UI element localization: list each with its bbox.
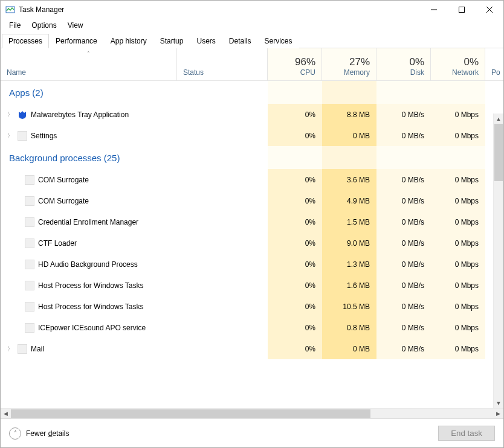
process-icon — [25, 260, 34, 269]
end-task-button[interactable]: End task — [438, 426, 495, 441]
process-name: Host Process for Windows Tasks — [38, 302, 144, 311]
process-row[interactable]: CTF Loader0%9.0 MB0 MB/s0 Mbps — [1, 232, 503, 254]
process-cpu-cell: 0% — [268, 296, 322, 317]
chevron-up-icon: ˄ — [9, 427, 21, 440]
process-network-cell: 0 Mbps — [431, 317, 485, 338]
column-header-name[interactable]: ˄ Name — [1, 48, 177, 80]
footer: ˄ Fewer details End task — [1, 418, 503, 447]
process-name: HD Audio Background Process — [38, 260, 138, 269]
process-cpu-cell: 0% — [268, 275, 322, 296]
process-network-cell: 0 Mbps — [431, 190, 485, 211]
process-name: COM Surrogate — [38, 197, 89, 205]
memory-usage-percent: 27% — [328, 56, 370, 68]
scroll-right-icon[interactable]: ▶ — [493, 409, 503, 418]
process-icon — [25, 175, 34, 185]
column-label-name: Name — [7, 68, 170, 77]
process-network-cell: 0 Mbps — [431, 254, 485, 275]
fewer-details-label: Fewer details — [26, 429, 69, 438]
process-memory-cell: 9.0 MB — [322, 232, 376, 254]
process-name: Malwarebytes Tray Application — [31, 110, 129, 119]
process-status-cell — [177, 125, 268, 146]
process-name: Host Process for Windows Tasks — [38, 281, 144, 290]
process-status-cell — [177, 338, 268, 359]
tab-details[interactable]: Details — [222, 34, 258, 48]
close-button[interactable] — [476, 1, 503, 19]
process-row[interactable]: 〉Settings0%0 MB0 MB/s0 Mbps — [1, 125, 503, 146]
process-row[interactable]: ICEpower ICEsound APO service0%0.8 MB0 M… — [1, 317, 503, 338]
process-memory-cell: 8.8 MB — [322, 104, 376, 125]
process-status-cell — [177, 275, 268, 296]
vertical-scrollbar[interactable]: ▲ ▼ — [493, 114, 503, 408]
process-row[interactable]: 〉Malwarebytes Tray Application0%8.8 MB0 … — [1, 104, 503, 125]
column-header-network[interactable]: 0% Network — [431, 48, 485, 80]
process-cpu-cell: 0% — [268, 104, 322, 125]
column-header-extra[interactable]: Po — [485, 48, 503, 80]
column-header-memory[interactable]: 27% Memory — [322, 48, 376, 80]
process-name-cell: Host Process for Windows Tasks — [1, 296, 177, 317]
svg-rect-2 — [459, 7, 465, 13]
process-name-cell: 〉Settings — [1, 125, 177, 146]
window-title: Task Manager — [19, 5, 64, 14]
process-row[interactable]: Credential Enrollment Manager0%1.5 MB0 M… — [1, 211, 503, 232]
scroll-down-icon[interactable]: ▼ — [494, 398, 503, 408]
expand-icon[interactable]: 〉 — [7, 345, 14, 353]
disk-usage-percent: 0% — [383, 56, 424, 68]
process-row[interactable]: HD Audio Background Process0%1.3 MB0 MB/… — [1, 254, 503, 275]
expand-icon[interactable]: 〉 — [7, 110, 14, 119]
process-name-cell: Host Process for Windows Tasks — [1, 275, 177, 296]
process-memory-cell: 10.5 MB — [322, 296, 376, 317]
menu-view[interactable]: View — [63, 20, 88, 31]
process-status-cell — [177, 104, 268, 125]
process-status-cell — [177, 232, 268, 254]
menu-file[interactable]: File — [4, 20, 25, 31]
column-label-extra: Po — [491, 68, 497, 77]
scrollbar-thumb-h[interactable] — [11, 409, 370, 418]
scroll-up-icon[interactable]: ▲ — [494, 114, 503, 124]
expand-icon[interactable]: 〉 — [7, 132, 14, 140]
process-cpu-cell: 0% — [268, 317, 322, 338]
menubar: File Options View — [1, 19, 503, 32]
process-network-cell: 0 Mbps — [431, 169, 485, 190]
column-header-status[interactable]: Status — [177, 48, 268, 80]
process-cpu-cell: 0% — [268, 338, 322, 359]
process-cpu-cell: 0% — [268, 211, 322, 232]
task-manager-icon — [5, 5, 15, 14]
process-disk-cell: 0 MB/s — [376, 232, 431, 254]
process-name: Credential Enrollment Manager — [38, 218, 138, 226]
column-header-cpu[interactable]: 96% CPU — [268, 48, 322, 80]
scrollbar-thumb[interactable] — [494, 124, 503, 181]
process-row[interactable]: COM Surrogate0%3.6 MB0 MB/s0 Mbps — [1, 169, 503, 190]
process-icon — [25, 281, 34, 290]
process-row[interactable]: Host Process for Windows Tasks0%1.6 MB0 … — [1, 275, 503, 296]
minimize-button[interactable] — [420, 1, 448, 19]
tab-users[interactable]: Users — [190, 34, 222, 48]
menu-options[interactable]: Options — [27, 20, 61, 31]
process-cpu-cell: 0% — [268, 190, 322, 211]
group-title: Apps (2) — [1, 82, 44, 104]
horizontal-scrollbar[interactable]: ◀ ▶ — [1, 408, 503, 418]
group-header: Apps (2) — [1, 81, 503, 104]
process-icon — [25, 217, 34, 227]
process-icon — [25, 323, 34, 333]
process-memory-cell: 1.3 MB — [322, 254, 376, 275]
tab-startup[interactable]: Startup — [153, 34, 190, 48]
process-network-cell: 0 Mbps — [431, 232, 485, 254]
fewer-details-button[interactable]: ˄ Fewer details — [9, 427, 69, 440]
process-name: ICEpower ICEsound APO service — [38, 324, 146, 332]
tab-performance[interactable]: Performance — [49, 34, 104, 48]
tab-services[interactable]: Services — [258, 34, 299, 48]
process-icon — [25, 196, 34, 206]
maximize-button[interactable] — [448, 1, 476, 19]
process-name-cell: COM Surrogate — [1, 169, 177, 190]
scroll-left-icon[interactable]: ◀ — [1, 409, 11, 418]
tab-processes[interactable]: Processes — [2, 34, 49, 48]
process-row[interactable]: Host Process for Windows Tasks0%10.5 MB0… — [1, 296, 503, 317]
column-header-disk[interactable]: 0% Disk — [376, 48, 431, 80]
process-row[interactable]: 〉Mail0%0 MB0 MB/s0 Mbps — [1, 338, 503, 359]
group-title: Background processes (25) — [1, 147, 120, 169]
column-label-network: Network — [437, 68, 479, 77]
process-name-cell: CTF Loader — [1, 232, 177, 254]
process-status-cell — [177, 296, 268, 317]
process-row[interactable]: COM Surrogate0%4.9 MB0 MB/s0 Mbps — [1, 190, 503, 211]
tab-app-history[interactable]: App history — [104, 34, 153, 48]
